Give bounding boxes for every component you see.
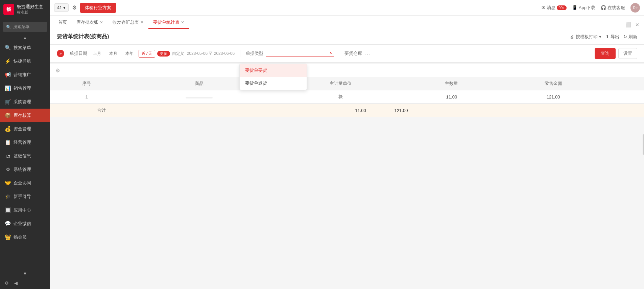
purchase-icon: 🛒 xyxy=(5,99,11,105)
sidebar-item-system[interactable]: ⚙系统管理 xyxy=(0,163,50,176)
tab-home-label: 首页 xyxy=(58,19,67,25)
sidebar-item-label: 经营管理 xyxy=(14,139,31,146)
expand-icon: » xyxy=(59,51,62,56)
settings-btn[interactable]: 设置 xyxy=(618,48,637,59)
app-download-btn[interactable]: 📱 App下载 xyxy=(572,5,595,11)
type-dropdown: 要货单要货 要货单退货 xyxy=(239,64,307,90)
sidebar-item-label: 基础信息 xyxy=(14,153,31,159)
date-btn-this-month[interactable]: 本月 xyxy=(106,50,120,58)
sidebar-item-sales[interactable]: 📊销售管理 xyxy=(0,82,50,95)
sidebar-item-label: 搜索菜单 xyxy=(14,45,31,51)
sidebar-item-wechat[interactable]: 💬企业微信 xyxy=(0,217,50,230)
sidebar-item-purchase[interactable]: 🛒采购管理 xyxy=(0,95,50,109)
sidebar-item-operation[interactable]: 📋经营管理 xyxy=(0,136,50,149)
filter-divider xyxy=(240,50,240,57)
tab-batch-close[interactable]: ✕ xyxy=(100,20,103,25)
sidebar-item-search[interactable]: 🔍搜索菜单 xyxy=(0,41,50,54)
sidebar-item-marketing[interactable]: 📢营销推广 xyxy=(0,68,50,82)
dropdown-item-return[interactable]: 要货单退货 xyxy=(240,77,307,90)
tab-batch[interactable]: 库存批次账 ✕ xyxy=(72,17,108,29)
tab-summary[interactable]: 收发存汇总表 ✕ xyxy=(108,17,148,29)
tabbar-close-all-icon[interactable]: ✕ xyxy=(634,21,641,29)
search-icon: 🔍 xyxy=(6,25,11,29)
print-btn[interactable]: 🖨 按模板打印 ▾ xyxy=(570,34,601,40)
export-label: 导出 xyxy=(611,34,619,40)
headset-icon: 🎧 xyxy=(601,5,606,10)
data-table: 序号 商品 主计量单位 主数量 零售金额 1 块 11.00 121.00 xyxy=(50,77,644,104)
sidebar-item-inventory[interactable]: 📦库存核算 xyxy=(0,109,50,122)
type-select-box[interactable]: ∧ xyxy=(266,50,334,57)
dropdown-item-order[interactable]: 要货单要货 xyxy=(240,64,307,77)
customer-service-btn[interactable]: 🎧 在线客服 xyxy=(601,5,625,11)
mobile-icon: 📱 xyxy=(572,5,577,10)
sidebar-item-label: 畅会员 xyxy=(14,234,27,240)
date-more-btn[interactable]: 更多 xyxy=(157,51,170,57)
tab-summary-label: 收发存汇总表 xyxy=(113,19,139,25)
message-label: 消息 xyxy=(547,5,555,11)
table-settings-icon[interactable]: ⚙ xyxy=(55,67,60,74)
tab-order-stats[interactable]: 要货单统计表 ✕ xyxy=(148,17,189,29)
service-label: 在线客服 xyxy=(607,5,625,11)
sidebar-item-label: 企业微信 xyxy=(14,221,31,227)
sidebar-scroll-down[interactable]: ▼ xyxy=(0,270,50,277)
sidebar-item-member[interactable]: 👑畅会员 xyxy=(0,230,50,244)
message-btn[interactable]: ✉ 消息 99+ xyxy=(542,5,567,11)
date-btn-this-year[interactable]: 本年 xyxy=(122,50,137,58)
footer-amount: 121.00 xyxy=(381,108,422,113)
warehouse-more-btn[interactable]: … xyxy=(365,50,370,57)
tab-batch-label: 库存批次账 xyxy=(76,19,98,25)
topbar-gear-icon[interactable]: ⚙ xyxy=(72,4,77,11)
date-custom-btn[interactable]: 自定义 xyxy=(172,51,184,57)
inventory-icon: 📦 xyxy=(5,112,11,118)
print-label: 按模板打印 xyxy=(576,34,598,40)
tab-summary-close[interactable]: ✕ xyxy=(140,20,144,25)
corp-icon: 🤝 xyxy=(5,180,11,186)
filter-area: » 单据日期 上月 本月 本年 近7天 更多 自定义 2023-05-06 至 … xyxy=(50,45,644,63)
sales-icon: 📊 xyxy=(5,85,11,91)
sidebar-item-label: 销售管理 xyxy=(14,85,31,91)
app-subtitle: 标准版 xyxy=(17,10,43,15)
sidebar-item-guide[interactable]: 🎓新手引导 xyxy=(0,190,50,203)
user-avatar[interactable]: Rit xyxy=(630,3,640,13)
table-row: 1 块 11.00 121.00 xyxy=(50,90,644,104)
sidebar-item-label: 企业协同 xyxy=(14,180,31,186)
scroll-handle[interactable] xyxy=(643,134,644,155)
apps-icon: 🔲 xyxy=(5,207,11,213)
sidebar-collapse-icon[interactable]: ◀ xyxy=(14,281,18,286)
tab-home[interactable]: 首页 xyxy=(53,17,72,29)
sidebar-nav: 🔍搜索菜单⚡快捷导航📢营销推广📊销售管理🛒采购管理📦库存核算💰资金管理📋经营管理… xyxy=(0,41,50,270)
tab-order-stats-label: 要货单统计表 xyxy=(153,19,180,25)
sidebar-item-basic[interactable]: 🗂基础信息 xyxy=(0,149,50,163)
app-logo: 畅 xyxy=(3,4,14,15)
sidebar-item-shortcut[interactable]: ⚡快捷导航 xyxy=(0,54,50,68)
refresh-btn[interactable]: ↻ 刷新 xyxy=(623,34,637,40)
finance-icon: 💰 xyxy=(5,126,11,132)
cell-qty: 11.00 xyxy=(406,90,498,104)
export-btn[interactable]: ⬆ 导出 xyxy=(605,34,619,40)
sidebar-item-corp[interactable]: 🤝企业协同 xyxy=(0,176,50,190)
sidebar-search[interactable]: 🔍 搜索菜单 xyxy=(3,22,47,32)
sidebar: 畅 畅捷通好生意 标准版 🔍 搜索菜单 ▲ 🔍搜索菜单⚡快捷导航📢营销推广📊销售… xyxy=(0,0,50,289)
sidebar-settings-icon[interactable]: ⚙ xyxy=(5,281,9,286)
query-btn[interactable]: 查询 xyxy=(595,48,616,59)
table-area: ⚙ 序号 商品 主计量单位 主数量 零售金额 1 块 11. xyxy=(50,64,644,104)
tabbar-expand-icon[interactable]: ⬜ xyxy=(624,21,633,29)
warehouse-filter-group: 要货仓库 … xyxy=(344,50,370,57)
store-selector[interactable]: 41 ▾ xyxy=(54,3,69,12)
tab-order-stats-close[interactable]: ✕ xyxy=(181,20,184,25)
trial-btn[interactable]: 体验行业方案 xyxy=(80,3,116,13)
col-extra xyxy=(609,77,644,90)
filter-expand-btn[interactable]: » xyxy=(57,50,64,57)
sidebar-item-finance[interactable]: 💰资金管理 xyxy=(0,122,50,136)
date-btn-7days[interactable]: 近7天 xyxy=(139,50,155,58)
guide-icon: 🎓 xyxy=(5,194,11,200)
table-footer: 合计 11.00 121.00 xyxy=(50,104,644,117)
col-num: 序号 xyxy=(50,77,123,90)
sidebar-bottom: ⚙ ◀ xyxy=(0,277,50,289)
message-icon: ✉ xyxy=(542,5,545,10)
date-btn-last-month[interactable]: 上月 xyxy=(90,50,104,58)
page-content: 要货单统计表(按商品) 🖨 按模板打印 ▾ ⬆ 导出 ↻ 刷新 xyxy=(50,29,644,289)
sidebar-scroll-up[interactable]: ▲ xyxy=(0,35,50,41)
main-area: 41 ▾ ⚙ 体验行业方案 ✉ 消息 99+ 📱 App下载 🎧 在线客服 Ri… xyxy=(50,0,644,289)
sidebar-item-apps[interactable]: 🔲应用中心 xyxy=(0,203,50,217)
